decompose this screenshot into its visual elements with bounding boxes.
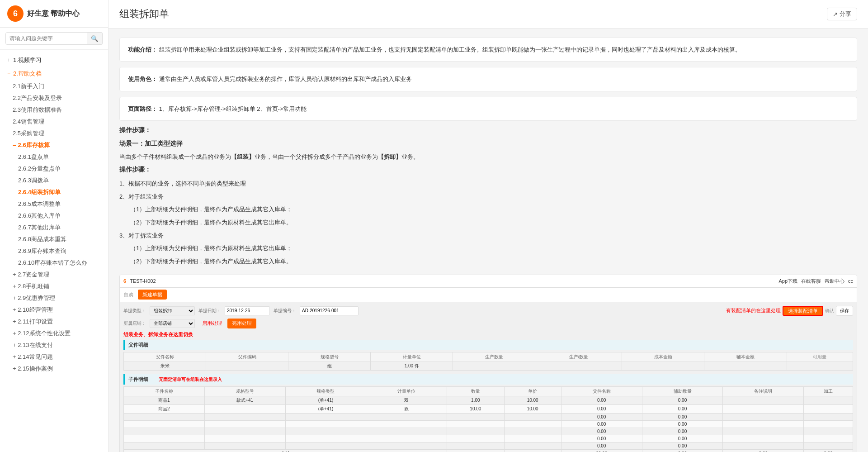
sim-select-bom-btn[interactable]: 选择装配清单 (783, 306, 823, 316)
sidebar-item-video[interactable]: + 1.视频学习 (0, 53, 108, 67)
sidebar-nav: + 1.视频学习 − 2.帮助文档 2.1新手入门 2.2产品安装及登录 2.3… (0, 50, 108, 452)
sidebar-item-custom[interactable]: + 2.12系统个性化设置 (0, 328, 108, 339)
scenario1-desc: 当由多个子件材料组装成一个成品的业务为【组装】业务，当由一个父件拆分成多个子产品… (119, 152, 857, 163)
lcell-spec: 款式+41 (204, 396, 285, 404)
substep-assembly-1: （1）上部明细为父件明细，最终作为产成品生成其它入库单； (130, 204, 857, 215)
lcell-unit: 双 (366, 396, 447, 404)
sidebar-item-stock-265[interactable]: 2.6.5成本调整单 (0, 198, 108, 210)
role-text: 通常由生产人员或库管人员完成拆装业务的操作，库管人员确认原材料的出库和产成品的入… (159, 76, 412, 82)
sim-upper-table: 父件名称 父件编码 规格型号 计量单位 生产数量 生产/数量 成本金额 辅本金额… (123, 352, 853, 371)
sidebar-item-stock-2610[interactable]: 2.6.10库存账本错了怎么办 (0, 257, 108, 269)
sidebar-item-stock-262[interactable]: 2.6.2分量盘点单 (0, 163, 108, 175)
sim-breadcrumb: 自购 (123, 291, 133, 298)
sidebar-item-cases[interactable]: + 2.15操作案例 (0, 363, 108, 375)
search-input[interactable] (5, 32, 87, 45)
content-area: 功能介绍： 组装拆卸单用来处理企业组装或拆卸等加工业务，支持有固定装配清单的产品… (108, 29, 868, 452)
substep-dis-2: （2）下部明细为子件明细，最终作为产成品生成其它入库单。 (130, 256, 857, 267)
type-select[interactable]: 组装拆卸 拆卸单 (150, 306, 195, 315)
annotation-enable: 启用处理 (202, 320, 222, 327)
lcell-remark (723, 404, 804, 413)
lcell-price: 10.00 (504, 396, 561, 404)
sidebar-item-stock-268[interactable]: 2.6.8商品成本重算 (0, 233, 108, 245)
expand-icon-stock: − (13, 142, 16, 149)
search-button[interactable]: 🔍 (87, 32, 103, 45)
cell-spec: 组 (288, 362, 371, 370)
sidebar-item-stock-264[interactable]: 2.6.4组装拆卸单 (0, 186, 108, 198)
sidebar-item-stock-263[interactable]: 2.6.3调拨单 (0, 175, 108, 186)
step-1: 1、根据不同的业务，选择不同单据的类型来处理 (119, 178, 857, 190)
order-input[interactable] (300, 306, 359, 315)
sim-nav: 自购 新建单据 (120, 288, 857, 302)
sim-app-dl: App下载 (778, 278, 797, 285)
logo-icon: 6 (7, 5, 24, 22)
sidebar-item-manage[interactable]: + 2.10经营管理 (0, 304, 108, 316)
sim-upper-table-header: 父件明细 (123, 340, 853, 350)
sidebar-item-data-prep[interactable]: 2.3使用前数据准备 (0, 104, 108, 116)
sim-lower-table-header: 子件明细 无固定清单可在组装在这里录入 (123, 374, 853, 385)
col-aux-amt: 辅本金额 (704, 352, 787, 362)
col-prod-qty: 生产数量 (453, 352, 535, 362)
sidebar-item-stock-266[interactable]: 2.6.6其他入库单 (0, 210, 108, 222)
lcell-qty: 10.00 (447, 404, 504, 413)
role-box: 使用角色： 通常由生产人员或库管人员完成拆装业务的操作，库管人员确认原材料的出库… (119, 67, 857, 91)
col-cost-amt: 成本金额 (622, 352, 704, 362)
sim-screen: 6 TEST-H002 App下载 在线客服 帮助中心 cc 自购 新建单据 (120, 275, 857, 452)
screenshot-container: 6 TEST-H002 App下载 在线客服 帮助中心 cc 自购 新建单据 (119, 275, 857, 452)
steps-list: 1、根据不同的业务，选择不同单据的类型来处理 2、对于组装业务 （1）上部明细为… (119, 178, 857, 267)
sim-save-btn[interactable]: 保存 (836, 306, 853, 316)
sidebar-item-payment[interactable]: + 2.13在线支付 (0, 339, 108, 351)
sim-new-order-btn[interactable]: 新建单据 (138, 290, 167, 300)
cell-aux-amt (704, 362, 787, 370)
date-input[interactable] (225, 306, 270, 315)
lcell-parent: 0.00 (561, 404, 642, 413)
substeps-disassembly: （1）上部明细为父件明细，最终作为原材料生成其它出库单； （2）下部明细为子件明… (119, 243, 857, 267)
lcell-aux: 0.00 (642, 413, 723, 420)
sidebar-item-coupon[interactable]: + 2.9优惠券管理 (0, 292, 108, 304)
lcell-parent: 0.00 (561, 396, 642, 404)
col-available: 可用量 (787, 352, 853, 362)
lcell-name: 商品1 (124, 396, 205, 404)
cell-available (787, 362, 853, 370)
sim-lower-table: 子件名称 规格型号 规格类型 计量单位 数量 单价 父件名称 辅助数量 备注说明… (123, 386, 853, 452)
table-row: 商品1 款式+41 (单+41) 双 1.00 10.00 0.00 0.00 (124, 396, 853, 404)
func-intro-text: 组装拆卸单用来处理企业组装或拆卸等加工业务，支持有固定装配清单的产品加工业务，也… (159, 46, 741, 53)
sidebar-item-docs[interactable]: − 2.帮助文档 (0, 67, 108, 81)
shop-select[interactable]: 全部店铺 (150, 319, 195, 328)
sim-logo: 6 (123, 278, 126, 284)
lcell-qty: 1.00 (447, 396, 504, 404)
share-button[interactable]: ↗ 分享 (827, 8, 857, 20)
sidebar-item-stock-267[interactable]: 2.6.7其他出库单 (0, 222, 108, 233)
path-label: 页面路径： (128, 105, 157, 112)
sidebar-item-finance[interactable]: + 2.7资金管理 (0, 269, 108, 281)
sidebar-item-stock[interactable]: − 2.6库存核算 (0, 139, 108, 151)
sim-form-row-1: 单据类型： 组装拆卸 拆卸单 单据日期： 单据编号： 有装配清单的在这里处理 (123, 306, 853, 316)
sidebar-item-mobile[interactable]: + 2.8手机旺铺 (0, 281, 108, 292)
type-label: 单据类型： (123, 308, 146, 314)
lcell-process (804, 404, 853, 413)
date-label: 单据日期： (198, 308, 221, 314)
sidebar-item-purchase[interactable]: 2.5采购管理 (0, 128, 108, 139)
lcell-spec-type: (单+41) (285, 404, 366, 413)
col-spec: 规格型号 (288, 352, 371, 362)
substep-assembly-2: （2）下部明细为子件明细，最终作为原材料生成其它出库单。 (130, 217, 857, 228)
role-label: 使用角色： (128, 76, 157, 82)
col-prod-qty2: 生产/数量 (535, 352, 622, 362)
sidebar-item-stock-261[interactable]: 2.6.1盘点单 (0, 151, 108, 163)
table-row: 米米 组 1.00 件 (124, 362, 853, 370)
sidebar-item-newbie[interactable]: 2.1新手入门 (0, 81, 108, 92)
sim-form-row-2: 所属店铺： 全部店铺 启用处理 亮用处理 (123, 319, 853, 328)
sidebar-item-faq[interactable]: + 2.14常见问题 (0, 351, 108, 363)
sidebar-item-print[interactable]: + 2.11打印设置 (0, 316, 108, 328)
ops-steps-title: 操作步骤： (119, 166, 857, 174)
lcell-name: 商品2 (124, 404, 205, 413)
cell-unit: 1.00 件 (371, 362, 453, 370)
lcell-unit: 双 (366, 404, 447, 413)
annotation-has-bom: 有装配清单的在这里处理 选择装配清单 确认 保存 (726, 306, 853, 316)
sim-enable-btn[interactable]: 亮用处理 (227, 319, 256, 328)
sidebar-item-stock-269[interactable]: 2.6.9库存账本查询 (0, 245, 108, 257)
sidebar-item-install[interactable]: 2.2产品安装及登录 (0, 92, 108, 104)
func-intro-label: 功能介绍： (128, 46, 157, 53)
table-row: 0.000.00 (124, 428, 853, 435)
lcol-unit: 计量单位 (366, 386, 447, 396)
sidebar-item-sales[interactable]: 2.4销售管理 (0, 116, 108, 128)
